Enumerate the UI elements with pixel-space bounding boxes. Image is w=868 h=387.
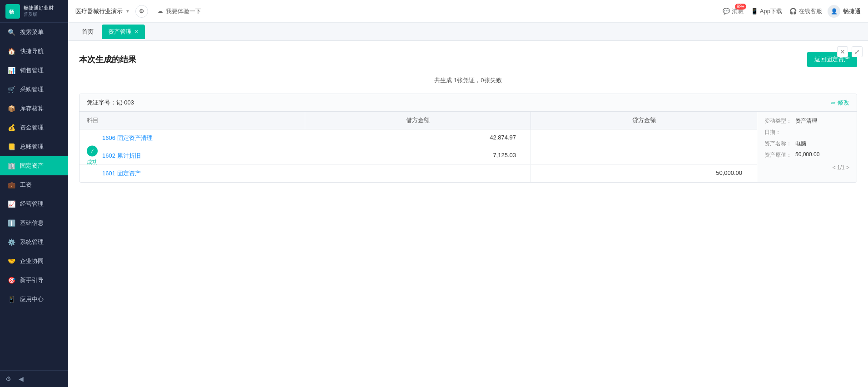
home-icon: 🏠 <box>7 47 15 55</box>
search-icon: 🔍 <box>7 28 15 36</box>
logo-text: 畅捷通好业财 <box>24 5 54 11</box>
logo-icon: 畅 <box>5 4 20 19</box>
change-type-value: 资产清理 <box>795 117 817 125</box>
col-subject: 科目 <box>79 112 305 129</box>
result-summary: 共生成 1张凭证，0张失败 <box>79 76 857 84</box>
content-area: ✕ ⤢ 本次生成的结果 返回固定资产 共生成 1张凭证，0张失败 凭证字号：记-… <box>68 41 868 387</box>
sidebar: 畅 畅捷通好业财 普及版 🔍 搜索菜单 🏠 快捷导航 📊 销售管理 🛒 采购管理… <box>0 0 68 387</box>
app-logo: 畅 畅捷通好业财 普及版 <box>0 0 68 23</box>
app-download-button[interactable]: 📱 App下载 <box>751 7 782 15</box>
sidebar-item-purchase[interactable]: 🛒 采购管理 <box>0 80 68 99</box>
table-row: 1606 固定资产清理 42,874.97 <box>79 129 757 147</box>
sidebar-item-apps[interactable]: 📱 应用中心 <box>0 290 68 309</box>
message-icon: 💬 <box>723 8 730 15</box>
close-panel-button[interactable]: ✕ <box>837 46 848 57</box>
table-row: 1601 固定资产 50,000.00 <box>79 165 757 182</box>
tab-home[interactable]: 首页 <box>75 25 100 39</box>
sidebar-item-guide[interactable]: 🎯 新手引导 <box>0 271 68 290</box>
sidebar-item-quicknav[interactable]: 🏠 快捷导航 <box>0 42 68 61</box>
settings-icon: ⚙ <box>139 8 144 15</box>
table-body: ✓ 成功 1606 固定资产清理 42,874.97 1602 累计折旧 7,1… <box>79 129 757 182</box>
company-name: 医疗器械行业演示 <box>75 7 123 15</box>
table-row: 1602 累计折旧 7,125.03 <box>79 147 757 165</box>
tab-close-icon[interactable]: ✕ <box>134 29 139 35</box>
sidebar-item-system[interactable]: ⚙️ 系统管理 <box>0 233 68 252</box>
topbar-settings-button[interactable]: ⚙ <box>135 5 148 18</box>
purchase-icon: 🛒 <box>7 85 15 94</box>
date-label: 日期： <box>764 129 789 136</box>
topbar: 医疗器械行业演示 ▼ ⚙ ☁ 我要体验一下 💬 消息 99+ 📱 App下载 🎧… <box>68 0 868 23</box>
voucher-side: 变动类型： 资产清理 日期： 资产名称： 电脑 资产原值： <box>757 112 857 182</box>
row2-credit <box>531 147 757 164</box>
row3-debit <box>305 165 531 182</box>
close-icon: ✕ <box>840 48 845 55</box>
inventory-icon: 📦 <box>7 104 15 113</box>
table-header: 科目 借方金额 贷方金额 <box>79 112 757 129</box>
apps-icon: 📱 <box>7 295 15 303</box>
asset-name-label: 资产名称： <box>764 140 792 148</box>
tab-asset-management[interactable]: 资产管理 ✕ <box>102 25 145 39</box>
guide-icon: 🎯 <box>7 276 15 284</box>
success-icon: ✓ <box>87 146 98 157</box>
settings-footer-icon[interactable]: ⚙ <box>5 375 11 382</box>
svg-text:畅: 畅 <box>9 9 14 15</box>
sidebar-item-basic[interactable]: ℹ️ 基础信息 <box>0 213 68 233</box>
voucher-number: 凭证字号：记-003 <box>87 99 134 107</box>
panel-controls: ✕ ⤢ <box>837 46 863 57</box>
side-asset-name: 资产名称： 电脑 <box>764 140 849 148</box>
experience-button[interactable]: ☁ 我要体验一下 <box>157 7 201 15</box>
messages-button[interactable]: 💬 消息 99+ <box>723 7 744 15</box>
expand-panel-button[interactable]: ⤢ <box>852 46 863 57</box>
row3-credit: 50,000.00 <box>531 165 757 182</box>
col-debit: 借方金额 <box>305 112 531 129</box>
main-area: 医疗器械行业演示 ▼ ⚙ ☁ 我要体验一下 💬 消息 99+ 📱 App下载 🎧… <box>68 0 868 387</box>
result-panel: ✕ ⤢ 本次生成的结果 返回固定资产 共生成 1张凭证，0张失败 凭证字号：记-… <box>68 41 868 387</box>
asset-name-value: 电脑 <box>795 140 806 148</box>
logo-sub: 普及版 <box>24 11 54 18</box>
page-title: 本次生成的结果 <box>79 54 136 65</box>
message-badge: 99+ <box>735 4 746 10</box>
sidebar-item-ledger[interactable]: 📒 总账管理 <box>0 137 68 156</box>
voucher-header: 凭证字号：记-003 ✏ 修改 <box>79 94 857 112</box>
cooperation-icon: 🤝 <box>7 257 15 265</box>
username: 畅捷通 <box>843 7 861 15</box>
sidebar-item-payroll[interactable]: 💼 工资 <box>0 175 68 194</box>
sidebar-item-fixed-assets[interactable]: 🏢 固定资产 <box>0 156 68 175</box>
cloud-icon: ☁ <box>157 8 163 15</box>
voucher-main: 科目 借方金额 贷方金额 ✓ 成功 1606 固定资产清理 <box>79 112 757 182</box>
system-icon: ⚙️ <box>7 238 15 246</box>
topbar-actions: 💬 消息 99+ 📱 App下载 🎧 在线客服 <box>723 7 822 15</box>
sidebar-item-finance[interactable]: 💰 资金管理 <box>0 118 68 137</box>
success-badge: ✓ 成功 <box>87 146 98 166</box>
voucher-content: 科目 借方金额 贷方金额 ✓ 成功 1606 固定资产清理 <box>79 112 857 182</box>
sidebar-item-cooperation[interactable]: 🤝 企业协同 <box>0 252 68 271</box>
finance-icon: 💰 <box>7 124 15 132</box>
avatar: 👤 <box>828 5 840 18</box>
row1-credit <box>531 129 757 147</box>
original-value-value: 50,000.00 <box>795 151 819 158</box>
sales-icon: 📊 <box>7 66 15 74</box>
company-dropdown-icon: ▼ <box>125 9 130 14</box>
support-icon: 🎧 <box>789 8 797 15</box>
sidebar-item-inventory[interactable]: 📦 库存核算 <box>0 99 68 118</box>
user-menu[interactable]: 👤 畅捷通 <box>828 5 861 18</box>
payroll-icon: 💼 <box>7 181 15 189</box>
sidebar-item-operations[interactable]: 📈 经营管理 <box>0 194 68 213</box>
row2-debit: 7,125.03 <box>305 147 531 164</box>
voucher-block: 凭证字号：记-003 ✏ 修改 科目 借方金额 贷方金额 <box>79 94 857 183</box>
company-selector[interactable]: 医疗器械行业演示 ▼ <box>75 7 130 15</box>
side-change-type: 变动类型： 资产清理 <box>764 117 849 125</box>
side-original-value: 资产原值： 50,000.00 <box>764 151 849 159</box>
online-support-button[interactable]: 🎧 在线客服 <box>789 7 822 15</box>
basic-icon: ℹ️ <box>7 219 15 227</box>
row3-subject: 1601 固定资产 <box>79 165 305 182</box>
result-header: 本次生成的结果 返回固定资产 <box>79 52 857 67</box>
collapse-icon[interactable]: ◀ <box>19 375 24 382</box>
pagination[interactable]: < 1/1 > <box>764 164 849 171</box>
sidebar-item-sales[interactable]: 📊 销售管理 <box>0 61 68 80</box>
tabbar: 首页 资产管理 ✕ <box>68 23 868 41</box>
edit-button[interactable]: ✏ 修改 <box>831 99 849 107</box>
row1-debit: 42,874.97 <box>305 129 531 147</box>
sidebar-item-search[interactable]: 🔍 搜索菜单 <box>0 23 68 42</box>
user-icon: 👤 <box>831 8 838 15</box>
